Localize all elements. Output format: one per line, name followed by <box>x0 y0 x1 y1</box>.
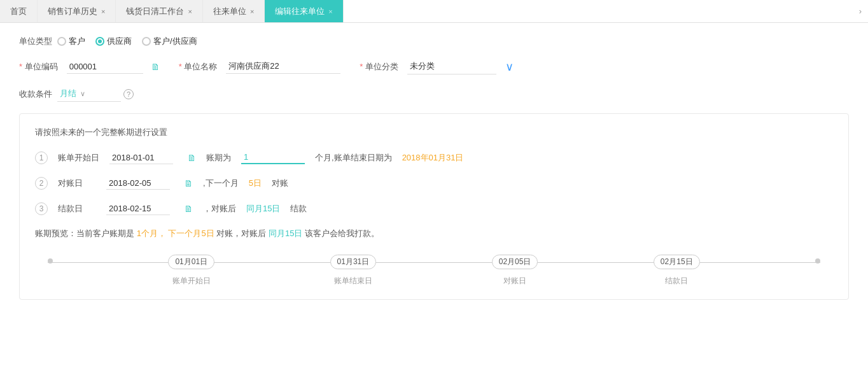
radio-both-label: 客户/供应商 <box>153 36 197 47</box>
timeline-points: 01月01日 账单开始日 01月31日 账单结束日 02月05日 对账日 02月… <box>48 255 820 286</box>
timeline-right-end <box>815 258 820 264</box>
timeline-point-4: 02月15日 结款日 <box>654 255 700 286</box>
period-row-1: 1 账单开始日 🗎 账期为 个月,账单结束日期为 2018年01月31日 <box>35 151 833 164</box>
preview-reconcile-suffix: 对账，对账后 <box>216 229 266 238</box>
payment-terms-value: 月结 <box>60 88 76 99</box>
payment-terms-row: 收款条件 月结 ∨ ? <box>19 86 849 102</box>
radio-both[interactable]: 客户/供应商 <box>142 36 197 47</box>
tab-scroll-arrow[interactable]: › <box>853 0 868 22</box>
period-row-2: 2 对账日 🗎 ,下一个月 5日 对账 <box>35 177 833 190</box>
period-date-3[interactable] <box>106 202 170 215</box>
tab-cash-ledger-label: 钱货日清工作台 <box>126 6 184 17</box>
payment-terms-select[interactable]: 月结 ∨ <box>57 86 121 102</box>
unit-name-input[interactable] <box>226 60 340 74</box>
unit-type-row: 单位类型 客户 供应商 客户/供应商 <box>19 36 849 47</box>
period-label-3: 结款日 <box>58 203 96 215</box>
radio-supplier-circle <box>95 37 104 46</box>
period-cal-1[interactable]: 🗎 <box>187 153 196 163</box>
timeline-left-end <box>48 258 53 264</box>
tab-home[interactable]: 首页 <box>0 0 38 22</box>
timeline-badge-4: 02月15日 <box>654 255 700 269</box>
unit-code-label: 单位编码 <box>19 61 58 73</box>
payment-terms-label: 收款条件 <box>19 88 52 100</box>
period-num-1: 1 <box>35 151 48 164</box>
period-row-3: 3 结款日 🗎 ，对账后 同月15日 结款 <box>35 202 833 215</box>
preview-payment-suffix: 该客户会给我打款。 <box>305 229 379 238</box>
tab-counterparty-label: 往来单位 <box>213 6 246 17</box>
period-label-2: 对账日 <box>58 178 96 189</box>
timeline-badge-3: 02月05日 <box>492 255 538 269</box>
period-suffix-3: 结款 <box>290 203 307 215</box>
radio-customer-circle <box>57 37 66 46</box>
unit-code-cal-icon[interactable]: 🗎 <box>151 62 160 72</box>
unit-category-chevron[interactable]: ∨ <box>505 60 514 74</box>
timeline-badge-1: 01月01日 <box>168 255 214 269</box>
timeline-label-1: 账单开始日 <box>172 276 211 286</box>
help-icon[interactable]: ? <box>123 89 134 99</box>
tab-edit-counterparty[interactable]: 编辑往来单位 × <box>265 0 343 22</box>
radio-supplier[interactable]: 供应商 <box>95 36 132 47</box>
period-date-1[interactable] <box>109 151 173 164</box>
timeline-point-3: 02月05日 对账日 <box>492 255 538 286</box>
period-suffix-2: 对账 <box>272 178 288 189</box>
tab-edit-counterparty-close[interactable]: × <box>328 8 332 15</box>
tab-edit-counterparty-label: 编辑往来单位 <box>275 6 325 17</box>
period-prefix-2: ,下一个月 <box>203 178 239 189</box>
tabs-bar: 首页 销售订单历史 × 钱货日清工作台 × 往来单位 × 编辑往来单位 × › <box>0 0 868 23</box>
period-num-3: 3 <box>35 202 48 215</box>
timeline-label-4: 结款日 <box>665 276 688 286</box>
preview-reconcile: 下一个月5日 <box>168 229 214 238</box>
tab-cash-ledger[interactable]: 钱货日清工作台 × <box>116 0 202 22</box>
account-period-section: 请按照未来的一个完整帐期进行设置 1 账单开始日 🗎 账期为 个月,账单结束日期… <box>19 113 849 300</box>
arrow-right-icon: › <box>859 6 862 16</box>
tab-cash-ledger-close[interactable]: × <box>188 8 192 15</box>
section-title: 请按照未来的一个完整帐期进行设置 <box>35 127 833 138</box>
radio-both-circle <box>142 37 151 46</box>
period-date-2[interactable] <box>106 177 170 190</box>
timeline-point-1: 01月01日 账单开始日 <box>168 255 214 286</box>
unit-category-group: 单位分类 未分类 ∨ <box>360 59 514 74</box>
unit-code-input[interactable] <box>67 60 143 74</box>
period-prefix-3: ，对账后 <box>203 203 236 215</box>
radio-supplier-label: 供应商 <box>107 36 132 47</box>
tab-sales-history-close[interactable]: × <box>101 8 105 15</box>
timeline-label-2: 账单结束日 <box>334 276 372 286</box>
unit-type-label: 单位类型 <box>19 36 52 47</box>
unit-details-row: 单位编码 🗎 单位名称 单位分类 未分类 ∨ <box>19 59 849 74</box>
tab-sales-history-label: 销售订单历史 <box>48 6 97 17</box>
timeline-point-2: 01月31日 账单结束日 <box>330 255 377 286</box>
period-months-input[interactable] <box>241 151 305 164</box>
tab-home-label: 首页 <box>10 6 27 17</box>
radio-customer[interactable]: 客户 <box>57 36 85 47</box>
tab-counterparty[interactable]: 往来单位 × <box>203 0 265 22</box>
unit-category-label: 单位分类 <box>360 61 398 73</box>
timeline-label-3: 对账日 <box>503 276 526 286</box>
period-suffix-1a: 账期为 <box>206 152 231 164</box>
period-label-1: 账单开始日 <box>58 152 99 164</box>
timeline-start-dot <box>48 258 53 264</box>
unit-name-label: 单位名称 <box>179 61 218 73</box>
unit-category-select[interactable]: 未分类 <box>407 59 496 74</box>
period-end-date: 2018年01月31日 <box>402 152 464 164</box>
period-highlight-3: 同月15日 <box>246 203 280 215</box>
period-highlight-2: 5日 <box>249 178 262 189</box>
unit-type-radio-group: 客户 供应商 客户/供应商 <box>57 36 197 47</box>
preview-period: 1个月， <box>137 229 166 238</box>
timeline-end-dot <box>815 258 820 264</box>
tab-sales-history[interactable]: 销售订单历史 × <box>38 0 116 22</box>
timeline: 01月01日 账单开始日 01月31日 账单结束日 02月05日 对账日 02月… <box>35 255 833 286</box>
radio-customer-label: 客户 <box>69 36 85 47</box>
unit-category-value: 未分类 <box>410 60 435 72</box>
preview-label: 账期预览：当前客户账期是 <box>35 229 134 238</box>
unit-name-group: 单位名称 <box>179 60 341 74</box>
preview-payment: 同月15日 <box>269 229 302 238</box>
preview-text: 账期预览：当前客户账期是 1个月， 下一个月5日 对账，对账后 同月15日 该客… <box>35 228 833 239</box>
tab-counterparty-close[interactable]: × <box>250 8 254 15</box>
period-num-2: 2 <box>35 177 48 190</box>
timeline-badge-2: 01月31日 <box>330 255 377 269</box>
period-cal-3[interactable]: 🗎 <box>184 204 193 214</box>
payment-terms-chevron[interactable]: ∨ <box>80 90 85 98</box>
period-cal-2[interactable]: 🗎 <box>184 178 193 188</box>
main-content: 单位类型 客户 供应商 客户/供应商 单位编码 🗎 单位名称 <box>0 23 868 387</box>
unit-code-group: 单位编码 🗎 <box>19 60 160 74</box>
